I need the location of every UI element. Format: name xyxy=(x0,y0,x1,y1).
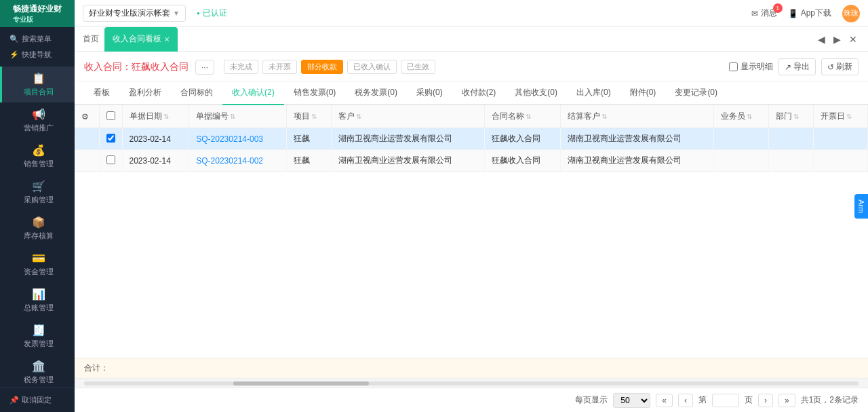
bill-date-col-header: 开票日⇅ xyxy=(813,105,867,128)
sub-tab-附件[interactable]: 附件(0) xyxy=(620,81,666,105)
row-checkbox[interactable] xyxy=(106,134,115,143)
right-float-panel-button[interactable]: Arm xyxy=(854,193,868,218)
search-menu-item[interactable]: 🔍 搜索菜单 xyxy=(5,31,69,47)
pin-icon: 📌 xyxy=(9,396,19,405)
sub-tab-看板[interactable]: 看板 xyxy=(84,81,119,105)
sidebar-item-tax[interactable]: 🏛️税务管理 xyxy=(0,354,75,388)
cancel-fixed-item[interactable]: 📌 取消固定 xyxy=(5,392,69,408)
export-label: 导出 xyxy=(793,61,810,73)
row-department xyxy=(768,150,813,172)
more-actions-button[interactable]: ··· xyxy=(195,60,214,75)
page-content: 收入合同：狂飙收入合同 ··· 未完成未开票部分收款已收入确认已生效 显示明细 … xyxy=(75,52,868,412)
row-number-link[interactable]: SQ-20230214-002 xyxy=(196,156,263,166)
table-header-row: ⚙ 单据日期⇅ 单据编号⇅ 项目⇅ 客户⇅ 合同名称⇅ 结算客户⇅ 业务员⇅ 部… xyxy=(75,105,868,128)
date-sort-icon[interactable]: ⇅ xyxy=(163,113,169,120)
table-row[interactable]: 2023-02-14 SQ-20230214-003 狂飙 湖南卫视商业运营发展… xyxy=(75,128,868,150)
status-tag-部分收款[interactable]: 部分收款 xyxy=(301,60,343,74)
sidebar-item-accounting[interactable]: 📊总账管理 xyxy=(0,282,75,318)
scrollbar-thumb[interactable] xyxy=(233,381,369,386)
next-page-button[interactable]: › xyxy=(758,394,773,407)
last-page-button[interactable]: » xyxy=(778,394,795,407)
row-salesperson xyxy=(714,128,768,150)
row-contract-name: 狂飙收入合同 xyxy=(485,150,560,172)
contract-name-col-header: 合同名称⇅ xyxy=(485,105,560,128)
table-row[interactable]: 2023-02-14 SQ-20230214-002 狂飙 湖南卫视商业运营发展… xyxy=(75,150,868,172)
row-checkbox[interactable] xyxy=(106,155,115,164)
refresh-icon: ↺ xyxy=(827,62,834,72)
sub-tab-其他收支[interactable]: 其他收支(0) xyxy=(505,81,567,105)
number-sort-icon[interactable]: ⇅ xyxy=(230,113,235,120)
tab-close-all-button[interactable]: ✕ xyxy=(846,33,860,46)
row-checkbox-cell[interactable] xyxy=(99,128,122,150)
row-settings[interactable] xyxy=(75,150,99,172)
user-avatar[interactable]: 珠珠 xyxy=(842,5,860,22)
close-tab-button[interactable]: × xyxy=(164,35,170,44)
row-number[interactable]: SQ-20230214-003 xyxy=(189,128,287,150)
active-tab[interactable]: 收入合同看板 × xyxy=(104,27,178,52)
sub-tab-采购[interactable]: 采购(0) xyxy=(407,81,452,105)
nav-icon-inventory: 📦 xyxy=(32,216,45,229)
table-footer: 合计： xyxy=(75,358,868,378)
sidebar-item-marketing[interactable]: 📢营销推广 xyxy=(0,102,75,138)
department-sort-icon[interactable]: ⇅ xyxy=(793,113,799,120)
sub-tab-收付款[interactable]: 收付款(2) xyxy=(452,81,506,105)
table-body: 2023-02-14 SQ-20230214-003 狂飙 湖南卫视商业运营发展… xyxy=(75,128,868,172)
topbar: 好业财专业版演示帐套 ▼ 已认证 ✉ 消息 1 📱 App下载 珠珠 xyxy=(75,0,868,27)
status-tag-未开票[interactable]: 未开票 xyxy=(262,60,297,74)
show-detail-checkbox[interactable] xyxy=(729,62,738,71)
sub-tab-合同标的[interactable]: 合同标的 xyxy=(171,81,222,105)
logo-subtitle: 专业版 xyxy=(13,15,62,24)
row-salesperson xyxy=(714,150,768,172)
customer-sort-icon[interactable]: ⇅ xyxy=(356,113,361,120)
status-tag-已收入确认[interactable]: 已收入确认 xyxy=(347,60,397,74)
sidebar-item-funds[interactable]: 💳资金管理 xyxy=(0,246,75,282)
sub-tab-收入确认[interactable]: 收入确认(2) xyxy=(222,81,284,105)
total-pages-label: 共1页，2条记录 xyxy=(801,394,859,406)
select-all-checkbox[interactable] xyxy=(106,111,115,120)
sidebar-item-project[interactable]: 📋项目合同 xyxy=(0,67,75,102)
row-bill-date xyxy=(813,128,867,150)
row-checkbox-cell[interactable] xyxy=(99,150,122,172)
sidebar-item-sales[interactable]: 💰销售管理 xyxy=(0,138,75,174)
sub-tab-销售发票[interactable]: 销售发票(0) xyxy=(284,81,346,105)
prev-page-button[interactable]: ‹ xyxy=(678,394,693,407)
app-download-action[interactable]: 📱 App下载 xyxy=(788,7,831,19)
status-tag-已生效[interactable]: 已生效 xyxy=(401,60,435,74)
breadcrumb-home[interactable]: 首页 xyxy=(83,33,99,45)
sub-tab-出入库[interactable]: 出入库(0) xyxy=(567,81,620,105)
refresh-button[interactable]: ↺ 刷新 xyxy=(821,58,859,75)
row-number-link[interactable]: SQ-20230214-003 xyxy=(196,134,263,144)
header-right-actions: 显示明细 ↗ 导出 ↺ 刷新 xyxy=(729,58,859,75)
first-page-button[interactable]: « xyxy=(656,394,673,407)
sub-tab-变更记录[interactable]: 变更记录(0) xyxy=(665,81,727,105)
tab-next-button[interactable]: ▶ xyxy=(831,33,844,46)
settings-icon[interactable]: ⚙ xyxy=(81,112,89,121)
tab-prev-button[interactable]: ◀ xyxy=(815,33,828,46)
current-page-input[interactable]: 1 xyxy=(712,394,739,407)
row-bill-date xyxy=(813,150,867,172)
status-tag-未完成[interactable]: 未完成 xyxy=(224,60,258,74)
sidebar-item-purchase[interactable]: 🛒采购管理 xyxy=(0,174,75,210)
company-selector[interactable]: 好业财专业版演示帐套 ▼ xyxy=(83,5,186,22)
project-sort-icon[interactable]: ⇅ xyxy=(311,113,317,120)
page-size-select[interactable]: 2050100200 xyxy=(613,393,650,408)
export-button[interactable]: ↗ 导出 xyxy=(778,58,816,75)
sub-tab-税务发票[interactable]: 税务发票(0) xyxy=(345,81,407,105)
show-detail-checkbox-label[interactable]: 显示明细 xyxy=(729,61,773,73)
row-project: 狂飙 xyxy=(286,128,331,150)
main-area: 好业财专业版演示帐套 ▼ 已认证 ✉ 消息 1 📱 App下载 珠珠 首页 收入… xyxy=(75,0,868,412)
contract-name-sort-icon[interactable]: ⇅ xyxy=(526,113,531,120)
number-col-header: 单据编号⇅ xyxy=(189,105,287,128)
quick-nav-item[interactable]: ⚡ 快捷导航 xyxy=(5,47,69,62)
sub-tab-盈利分析[interactable]: 盈利分析 xyxy=(119,81,171,105)
sidebar-item-inventory[interactable]: 📦库存核算 xyxy=(0,210,75,246)
result-customer-sort-icon[interactable]: ⇅ xyxy=(601,113,607,120)
message-action[interactable]: ✉ 消息 1 xyxy=(751,7,777,19)
nav-label-marketing: 营销推广 xyxy=(24,123,54,133)
salesperson-sort-icon[interactable]: ⇅ xyxy=(747,113,752,120)
nav-label-inventory: 库存核算 xyxy=(24,231,54,241)
row-number[interactable]: SQ-20230214-002 xyxy=(189,150,287,172)
bill-date-sort-icon[interactable]: ⇅ xyxy=(846,113,852,120)
sidebar-item-invoice[interactable]: 🧾发票管理 xyxy=(0,318,75,354)
row-settings[interactable] xyxy=(75,128,99,150)
